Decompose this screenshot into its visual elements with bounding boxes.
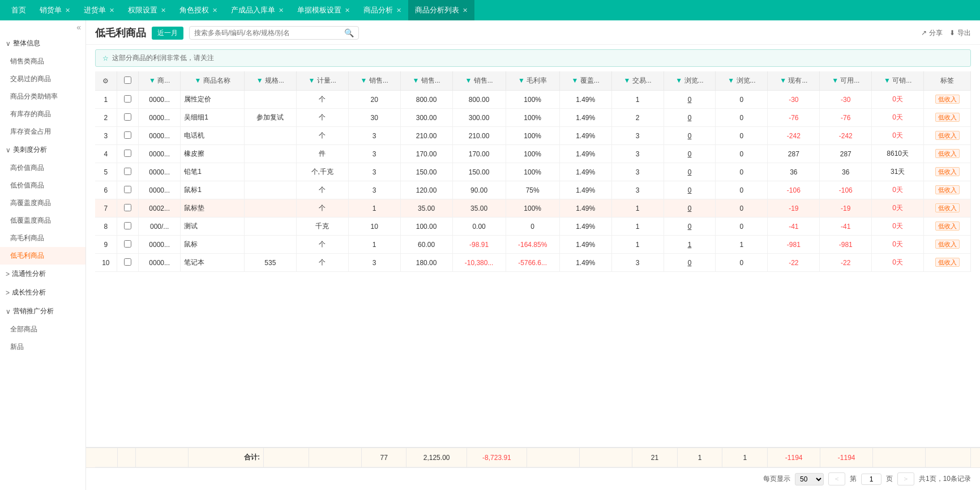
row-select-checkbox[interactable] [124,186,131,193]
search-input[interactable] [194,29,344,37]
row-name[interactable]: 属性定价 [181,91,245,109]
close-icon[interactable]: ✕ [345,7,350,14]
row-name[interactable]: 鼠标 [181,236,245,254]
row-checkbox[interactable] [117,254,138,272]
row-browse1[interactable]: 0 [664,109,716,127]
col-browse1[interactable]: ▼ 浏览... [664,71,716,91]
sidebar-item-stocked-products[interactable]: 有库存的商品 [0,105,85,123]
col-sellable[interactable]: ▼ 可销... [872,71,924,91]
row-name[interactable]: 笔记本 [181,254,245,272]
sidebar-section-flow[interactable]: > 流通性分析 [0,265,85,283]
page-input[interactable] [861,474,881,485]
page-size-select[interactable]: 50 100 200 [795,473,824,485]
prev-page-button[interactable]: ＜ [828,472,845,485]
col-settings[interactable]: ⚙ [95,71,117,91]
close-icon[interactable]: ✕ [279,7,284,14]
col-checkbox[interactable] [117,71,138,91]
sidebar-item-inventory-capital[interactable]: 库存资金占用 [0,123,85,140]
close-icon[interactable]: ✕ [396,7,401,14]
col-usable[interactable]: ▼ 可用... [820,71,872,91]
col-name[interactable]: ▼ 商品名称 [181,71,245,91]
sidebar-item-low-coverage[interactable]: 低覆盖度商品 [0,212,85,229]
row-checkbox[interactable] [117,127,138,145]
time-filter-button[interactable]: 近一月 [152,27,183,40]
col-sales-profit[interactable]: ▼ 销售... [452,71,506,91]
nav-product-analysis-list[interactable]: 商品分析列表 ✕ [408,0,474,20]
row-select-checkbox[interactable] [124,113,131,121]
nav-home[interactable]: 首页 [5,0,33,20]
close-icon[interactable]: ✕ [161,7,166,14]
col-unit[interactable]: ▼ 计量... [296,71,348,91]
row-select-checkbox[interactable] [124,95,131,103]
close-icon[interactable]: ✕ [65,7,70,14]
nav-product-entry[interactable]: 产成品入库单 ✕ [224,0,290,20]
nav-permissions[interactable]: 权限设置 ✕ [121,0,173,20]
row-checkbox[interactable] [117,91,138,109]
col-coverage[interactable]: ▼ 覆盖... [559,71,611,91]
sidebar-collapse-btn[interactable]: « [0,20,85,34]
nav-product-analysis[interactable]: 商品分析 ✕ [357,0,408,20]
row-select-checkbox[interactable] [124,222,131,229]
close-icon[interactable]: ✕ [109,7,114,14]
row-checkbox[interactable] [117,145,138,163]
col-trade[interactable]: ▼ 交易... [611,71,664,91]
col-gross-rate[interactable]: ▼ 毛利率 [506,71,559,91]
row-name[interactable]: 鼠标垫 [181,199,245,218]
nav-sales-order[interactable]: 销货单 ✕ [33,0,77,20]
col-code[interactable]: ▼ 商... [139,71,181,91]
sidebar-section-overall[interactable]: ∨ 整体信息 [0,34,85,53]
nav-purchase-order[interactable]: 进货单 ✕ [77,0,121,20]
row-select-checkbox[interactable] [124,150,131,157]
row-checkbox[interactable] [117,199,138,218]
col-spec[interactable]: ▼ 规格... [244,71,296,91]
row-select-checkbox[interactable] [124,258,131,266]
sidebar-section-growth[interactable]: > 成长性分析 [0,283,85,302]
col-current-stock[interactable]: ▼ 现有... [768,71,820,91]
row-name[interactable]: 鼠标1 [181,181,245,199]
row-checkbox[interactable] [117,163,138,181]
row-browse1[interactable]: 0 [664,254,716,272]
row-checkbox[interactable] [117,181,138,199]
sidebar-item-all-products[interactable]: 全部商品 [0,321,85,338]
sidebar-item-low-margin[interactable]: 低毛利商品 [0,247,85,265]
row-browse1[interactable]: 0 [664,199,716,218]
export-button[interactable]: ⬇ 导出 [949,28,971,38]
sidebar-item-traded-products[interactable]: 交易过的商品 [0,70,85,88]
row-browse1[interactable]: 0 [664,145,716,163]
row-browse1[interactable]: 1 [664,236,716,254]
row-select-checkbox[interactable] [124,204,131,211]
row-checkbox[interactable] [117,236,138,254]
select-all-checkbox[interactable] [124,76,131,84]
row-checkbox[interactable] [117,218,138,236]
sidebar-item-high-value[interactable]: 高价值商品 [0,159,85,177]
col-sales-price[interactable]: ▼ 销售... [400,71,452,91]
close-icon[interactable]: ✕ [463,7,468,14]
row-browse1[interactable]: 0 [664,91,716,109]
sidebar-item-high-coverage[interactable]: 高覆盖度商品 [0,194,85,212]
row-select-checkbox[interactable] [124,168,131,175]
sidebar-item-sales-products[interactable]: 销售类商品 [0,53,85,70]
sidebar-item-high-margin[interactable]: 高毛利商品 [0,229,85,247]
row-select-checkbox[interactable] [124,240,131,248]
row-browse1[interactable]: 0 [664,218,716,236]
share-button[interactable]: ↗ 分享 [921,28,943,38]
row-name[interactable]: 电话机 [181,127,245,145]
sidebar-item-low-value[interactable]: 低价值商品 [0,177,85,194]
sidebar-section-marketing[interactable]: ∨ 营销推广分析 [0,302,85,321]
row-name[interactable]: 测试 [181,218,245,236]
row-name[interactable]: 橡皮擦 [181,145,245,163]
row-name[interactable]: 铅笔1 [181,163,245,181]
row-checkbox[interactable] [117,109,138,127]
row-select-checkbox[interactable] [124,131,131,139]
sidebar-item-category-rate[interactable]: 商品分类助销率 [0,88,85,105]
next-page-button[interactable]: ＞ [897,472,914,485]
search-icon[interactable]: 🔍 [344,28,354,37]
col-sales-qty[interactable]: ▼ 销售... [348,71,400,91]
row-browse1[interactable]: 0 [664,181,716,199]
sidebar-section-beauty[interactable]: ∨ 美刺度分析 [0,140,85,159]
col-browse2[interactable]: ▼ 浏览... [716,71,768,91]
nav-role-auth[interactable]: 角色授权 ✕ [173,0,224,20]
collapse-icon[interactable]: « [76,23,81,32]
col-tag[interactable]: 标签 [924,71,971,91]
row-browse1[interactable]: 0 [664,127,716,145]
